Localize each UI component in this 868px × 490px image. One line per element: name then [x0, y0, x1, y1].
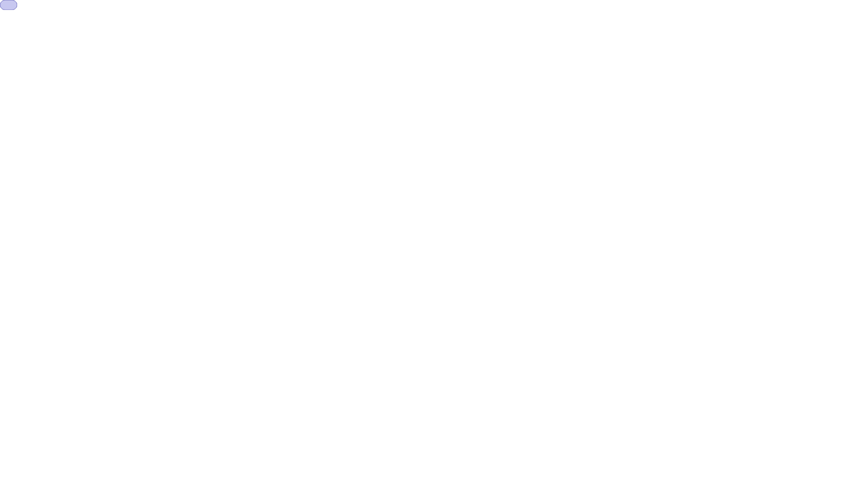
- node-reporting[interactable]: [0, 0, 17, 10]
- connections-svg: [0, 0, 868, 490]
- diagram-container: [0, 0, 868, 490]
